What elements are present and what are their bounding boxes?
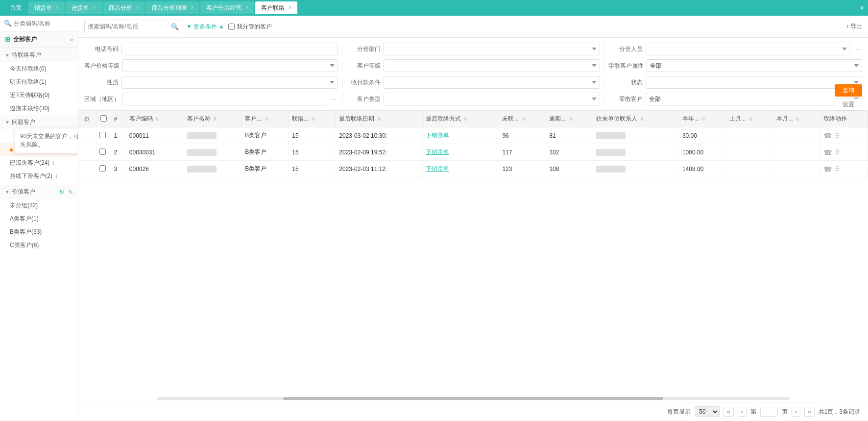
row-checkbox-0[interactable] xyxy=(99,132,106,138)
th-overdue: 逾期... ⇅ xyxy=(546,111,593,127)
sidebar-item-declining[interactable]: 持续下滑客户(2) ℹ xyxy=(0,170,78,183)
filter-manager-more-btn[interactable]: ··· xyxy=(853,46,862,52)
sidebar-search-wrap: 🔍 xyxy=(0,16,78,31)
current-page-input[interactable]: 1 xyxy=(760,407,778,417)
more-action-icon-2[interactable]: ⠿ xyxy=(835,165,840,173)
sidebar-item-a-class[interactable]: A类客户(1) xyxy=(0,212,78,225)
my-customer-checkbox[interactable] xyxy=(228,24,235,30)
sidebar-item-ungrouped[interactable]: 未分组(32) xyxy=(0,199,78,212)
settings-button[interactable]: 设置 xyxy=(835,99,862,111)
td-overdue-0: 81 xyxy=(546,127,593,144)
tab-sales[interactable]: 销货单 × xyxy=(28,1,65,14)
sidebar-search-input[interactable] xyxy=(14,20,87,27)
sidebar-all-customers[interactable]: ⊞ 全部客户 « xyxy=(0,31,78,48)
th-uncontact: 未联... ⇅ xyxy=(499,111,546,127)
row-checkbox-2[interactable] xyxy=(99,165,106,172)
export-button[interactable]: ↑ 导出 xyxy=(846,23,862,31)
horizontal-scrollbar[interactable] xyxy=(78,395,868,402)
collapse-sidebar-icon[interactable]: « xyxy=(70,37,73,43)
row-checkbox-1[interactable] xyxy=(99,149,106,155)
td-last-way-1[interactable]: 下销货单 xyxy=(423,144,499,161)
tab-goods-analysis[interactable]: 商品分析 × xyxy=(103,1,145,14)
close-tab-sales-icon[interactable]: × xyxy=(56,1,59,14)
td-check-1 xyxy=(96,144,111,161)
sidebar-item-b-class[interactable]: B类客户(33) xyxy=(0,225,78,239)
more-action-icon-0[interactable]: ⠿ xyxy=(835,132,840,140)
sidebar-section-value-title[interactable]: ▼ 价值客户 ↻ ✎ xyxy=(0,185,78,199)
td-num-1: 2 xyxy=(111,144,126,161)
last-page-button[interactable]: » xyxy=(804,407,815,417)
toolbar-right: ↑ 导出 xyxy=(846,23,862,31)
phone-action-icon-1[interactable]: ☎ xyxy=(823,149,832,156)
filter-region-more-btn[interactable]: ··· xyxy=(329,96,338,102)
filter-select-retail[interactable]: 全部 xyxy=(646,93,862,105)
tab-purchase[interactable]: 进货单 × xyxy=(66,1,102,14)
sidebar-item-7day-pending[interactable]: 近7天待联络(0) xyxy=(0,89,78,102)
first-page-button[interactable]: « xyxy=(723,407,734,417)
td-uncontact-1: 117 xyxy=(499,144,546,161)
sidebar-section-problem-title[interactable]: ▼ 问题客户 xyxy=(0,115,78,129)
filter-select-customer-level[interactable] xyxy=(384,59,600,72)
filter-select-price-level[interactable] xyxy=(122,59,338,72)
edit-value-icon[interactable]: ✎ xyxy=(68,189,73,196)
td-last-way-2[interactable]: 下销货单 xyxy=(423,161,499,177)
sidebar-item-today-pending[interactable]: 今天待联络(0) xyxy=(0,62,78,75)
filter-label-manager: 分管人员 xyxy=(608,45,643,53)
filter-input-region[interactable] xyxy=(122,93,326,105)
th-unit-contact: 往来单位联系人 ⇅ xyxy=(593,111,679,127)
filter-select-customer-type[interactable] xyxy=(384,93,600,105)
phone-action-icon-2[interactable]: ☎ xyxy=(823,165,832,173)
search-icon-btn[interactable]: 🔍 xyxy=(171,23,179,30)
tab-customer-tier[interactable]: 客户分层经营 × xyxy=(200,1,254,14)
td-this-month-0 xyxy=(773,127,820,144)
table-row: 2 00030031 B类客户 15 2023-02-09 19:52: 下销货… xyxy=(78,144,868,161)
close-tab-purchase-icon[interactable]: × xyxy=(93,1,96,14)
filter-cell-customer-level: 客户等级 xyxy=(346,59,600,72)
tab-goods-list[interactable]: 商品分析列表 × xyxy=(146,1,200,14)
filter-cell-nature: 性质 xyxy=(84,76,338,89)
filter-select-nature[interactable] xyxy=(121,76,338,89)
select-all-checkbox[interactable] xyxy=(100,115,107,122)
more-filter-button[interactable]: ▼ 更多条件 ▲ xyxy=(186,23,224,31)
filter-icon: ▼ xyxy=(186,23,192,30)
sidebar-item-c-class[interactable]: C类客户(6) xyxy=(0,239,78,252)
prev-page-button[interactable]: ‹ xyxy=(738,407,747,417)
filter-cell-retail: 零散客户 全部 xyxy=(608,93,862,105)
filter-select-status[interactable] xyxy=(646,76,862,89)
sidebar: 🔍 ⊞ 全部客户 « ▼ 待联络客户 今天待联络(0) 明天待联络(1) xyxy=(0,16,78,421)
close-tab-goods-list-icon[interactable]: × xyxy=(191,1,194,14)
sidebar-search-icon: 🔍 xyxy=(4,20,12,27)
search-input[interactable] xyxy=(88,23,171,30)
filter-select-payment[interactable] xyxy=(384,76,600,89)
sidebar-item-tomorrow-pending[interactable]: 明天待联络(1) xyxy=(0,75,78,89)
td-this-year-1: 1000.00 xyxy=(679,144,726,161)
td-code-2: 000026 xyxy=(126,161,184,177)
td-type-0: B类客户 xyxy=(242,127,289,144)
td-this-year-2: 1408.00 xyxy=(679,161,726,177)
td-unit-contact-1 xyxy=(593,144,679,161)
close-all-button[interactable]: × xyxy=(860,4,864,12)
filter-select-dept[interactable] xyxy=(384,43,600,55)
sidebar-section-pending-title[interactable]: ▼ 待联络客户 xyxy=(0,48,78,62)
next-page-button[interactable]: › xyxy=(792,407,800,417)
tab-customer-link[interactable]: 客户联络 × xyxy=(255,1,297,14)
close-tab-goods-icon[interactable]: × xyxy=(136,1,139,14)
sidebar-item-already-churned[interactable]: 已流失客户(24) ℹ xyxy=(0,156,78,170)
close-tab-customer-tier-icon[interactable]: × xyxy=(245,1,248,14)
more-action-icon-1[interactable]: ⠿ xyxy=(835,149,840,156)
filter-select-manager[interactable] xyxy=(646,43,850,55)
phone-action-icon-0[interactable]: ☎ xyxy=(823,132,832,140)
tab-home[interactable]: 首页 xyxy=(4,1,27,14)
query-button[interactable]: 查询 xyxy=(835,84,862,97)
td-name-2 xyxy=(184,161,242,177)
my-customer-checkbox-label[interactable]: 我分管的客户 xyxy=(228,23,272,31)
td-last-way-0[interactable]: 下销货单 xyxy=(423,127,499,144)
close-tab-customer-link-icon[interactable]: × xyxy=(289,1,291,14)
page-size-select[interactable]: 50 20 100 xyxy=(695,406,720,417)
gear-icon[interactable]: ⚙ xyxy=(84,115,90,123)
export-icon: ↑ xyxy=(846,23,849,30)
filter-select-retail-attr[interactable]: 全部 xyxy=(647,59,862,72)
sidebar-item-overdue-pending[interactable]: 逾期未联络(30) xyxy=(0,102,78,115)
refresh-value-icon[interactable]: ↻ xyxy=(59,189,64,196)
filter-input-phone[interactable] xyxy=(121,43,338,55)
